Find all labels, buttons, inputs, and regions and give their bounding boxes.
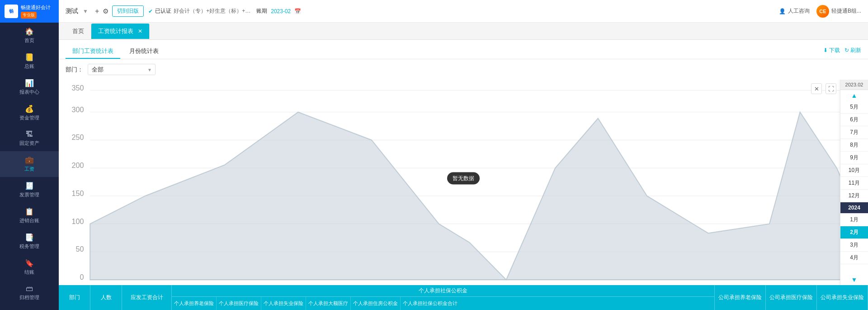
sidebar-icon-8: 📑 bbox=[25, 233, 34, 242]
status-certified: 已认证 bbox=[155, 7, 171, 15]
sidebar-label-7: 进销台账 bbox=[19, 217, 39, 224]
date-panel-down-nav[interactable]: ▼ bbox=[840, 274, 868, 285]
sidebar-label-5: 工资 bbox=[24, 166, 34, 172]
app-name: 畅捷通好会计 bbox=[21, 4, 51, 11]
sidebar-icon-6: 🧾 bbox=[25, 181, 34, 190]
date-panel-jan24[interactable]: 1月 bbox=[840, 214, 868, 226]
table-col-salary-total: 应发工资合计 bbox=[122, 285, 172, 310]
sidebar-label-9: 结账 bbox=[24, 269, 34, 276]
sidebar-item-归档管理[interactable]: 🗃归档管理 bbox=[0, 280, 59, 305]
sidebar-icon-4: 🏗 bbox=[26, 130, 33, 138]
date-panel-feb24[interactable]: 2月 bbox=[840, 226, 868, 239]
topbar-title: 测试 bbox=[66, 7, 78, 15]
tab-salary-report[interactable]: 工资统计报表 ✕ bbox=[91, 24, 150, 39]
main-content: 测试 ▼ + ⚙ 切到旧版 ✔ 已认证 好会计（专）+好生意（标）+… 账期 2… bbox=[59, 0, 868, 310]
sidebar-icon-0: 🏠 bbox=[25, 27, 34, 36]
sidebar-icon-9: 🔖 bbox=[25, 259, 34, 267]
add-icon[interactable]: + bbox=[95, 7, 99, 15]
inner-content: 部门工资统计表 月份统计表 ⬇ 下载 ↻ 刷新 bbox=[59, 40, 868, 310]
tab-close-button[interactable]: ✕ bbox=[138, 28, 142, 34]
chart-container: 0 50 100 150 200 250 300 350 bbox=[59, 80, 868, 285]
svg-text:150: 150 bbox=[72, 189, 84, 197]
sidebar-label-6: 发票管理 bbox=[19, 191, 39, 198]
tab-salary-label: 工资统计报表 bbox=[98, 28, 133, 34]
filter-dept-select[interactable]: 全部 行政部 销售部 技术部 bbox=[88, 64, 156, 75]
sidebar-item-报表中心[interactable]: 📊报表中心 bbox=[0, 74, 59, 100]
help-button[interactable]: 👤 人工咨询 bbox=[779, 7, 810, 15]
date-panel-sep[interactable]: 9月 bbox=[840, 152, 868, 164]
chart-area: 0 50 100 150 200 250 300 350 bbox=[59, 80, 868, 285]
close-panel-button[interactable]: ✕ bbox=[811, 83, 822, 94]
help-label: 人工咨询 bbox=[788, 7, 810, 15]
date-panel-year-2024[interactable]: 2024 bbox=[840, 202, 868, 214]
calendar-icon[interactable]: 📅 bbox=[294, 8, 301, 14]
user-profile-button[interactable]: CE 轻捷通B组... bbox=[816, 5, 861, 18]
topbar: 测试 ▼ + ⚙ 切到旧版 ✔ 已认证 好会计（专）+好生意（标）+… 账期 2… bbox=[59, 0, 868, 23]
avatar: CE bbox=[816, 5, 829, 18]
sidebar-item-固定资产[interactable]: 🏗固定资产 bbox=[0, 126, 59, 151]
sidebar-logo: 畅 畅捷通好会计 专业版 bbox=[0, 0, 59, 23]
content-area: 首页 工资统计报表 ✕ 部门工资统计表 月份统计表 ⬇ 下载 bbox=[59, 23, 868, 310]
settings-icon[interactable]: ⚙ bbox=[103, 7, 108, 15]
topbar-dropdown-arrow[interactable]: ▼ bbox=[83, 8, 88, 14]
sidebar-item-进销台账[interactable]: 📋进销台账 bbox=[0, 203, 59, 229]
svg-text:350: 350 bbox=[72, 84, 84, 92]
filter-dept-label: 部门： bbox=[66, 66, 83, 74]
svg-text:250: 250 bbox=[72, 133, 84, 141]
sidebar-item-税务管理[interactable]: 📑税务管理 bbox=[0, 229, 59, 254]
switch-view-button[interactable]: 切到旧版 bbox=[112, 5, 144, 17]
sub-tab-dept-label: 部门工资统计表 bbox=[72, 48, 113, 54]
sidebar-item-设置[interactable]: ⚙设置 bbox=[0, 305, 59, 310]
help-icon: 👤 bbox=[779, 8, 786, 14]
table-col-company-unemploy: 公司承担失业保险 bbox=[817, 285, 868, 310]
sidebar-label-8: 税务管理 bbox=[19, 243, 39, 250]
sidebar-icon-7: 📋 bbox=[25, 207, 34, 216]
date-panel-oct[interactable]: 10月 bbox=[840, 164, 868, 177]
sidebar-label-0: 首页 bbox=[24, 37, 34, 44]
period-label: 账期 bbox=[256, 7, 267, 15]
refresh-label: 刷新 bbox=[850, 47, 861, 54]
user-name: 轻捷通B组... bbox=[831, 7, 861, 15]
sidebar-item-结账[interactable]: 🔖结账 bbox=[0, 254, 59, 280]
date-panel-jun[interactable]: 6月 bbox=[840, 114, 868, 126]
certified-icon: ✔ bbox=[148, 8, 153, 14]
svg-text:100: 100 bbox=[72, 217, 84, 225]
table-col-company-pension: 公司承担养老保险 bbox=[715, 285, 766, 310]
table-col-count: 人数 bbox=[90, 285, 122, 310]
table-group-personal-title: 个人承担社保公积金 bbox=[172, 285, 714, 297]
sidebar-icon-10: 🗃 bbox=[26, 285, 33, 293]
filter-bar: 部门： 全部 行政部 销售部 技术部 bbox=[59, 59, 868, 80]
sidebar-item-总账[interactable]: 📒总账 bbox=[0, 48, 59, 74]
topbar-actions: + ⚙ 切到旧版 bbox=[95, 5, 144, 17]
date-panel-up-nav[interactable]: ▲ bbox=[840, 90, 868, 101]
sidebar-label-10: 归档管理 bbox=[19, 294, 39, 301]
window-controls: ✕ ⛶ bbox=[811, 83, 836, 94]
table-col-dept: 部门 bbox=[59, 285, 90, 310]
svg-text:0: 0 bbox=[80, 273, 84, 281]
table-col-personal-bigmedical: 个人承担大额医疗 bbox=[306, 297, 351, 310]
date-panel-aug[interactable]: 8月 bbox=[840, 139, 868, 152]
sub-tabs: 部门工资统计表 月份统计表 ⬇ 下载 ↻ 刷新 bbox=[59, 40, 868, 59]
date-panel-apr24[interactable]: 4月 bbox=[840, 252, 868, 264]
expand-panel-button[interactable]: ⛶ bbox=[826, 83, 836, 94]
sub-tab-department[interactable]: 部门工资统计表 bbox=[66, 44, 120, 59]
sidebar-item-首页[interactable]: 🏠首页 bbox=[0, 23, 59, 48]
table-group-personal: 个人承担社保公积金 个人承担养老保险 个人承担医疗保险 个人承担失业保险 个人承… bbox=[172, 285, 715, 310]
download-button[interactable]: ⬇ 下载 bbox=[823, 47, 840, 54]
sidebar-item-资金管理[interactable]: 💰资金管理 bbox=[0, 100, 59, 126]
sidebar-item-工资[interactable]: 💼工资 bbox=[0, 151, 59, 177]
table-col-company-medical: 公司承担医疗保险 bbox=[766, 285, 817, 310]
date-panel-mar24[interactable]: 3月 bbox=[840, 239, 868, 252]
date-panel-jul[interactable]: 7月 bbox=[840, 126, 868, 139]
tab-home[interactable]: 首页 bbox=[66, 24, 91, 39]
sub-tab-monthly[interactable]: 月份统计表 bbox=[123, 44, 165, 59]
sidebar-icon-2: 📊 bbox=[25, 79, 34, 87]
sidebar-icon-3: 💰 bbox=[25, 105, 34, 113]
refresh-button[interactable]: ↻ 刷新 bbox=[844, 47, 861, 54]
svg-text:300: 300 bbox=[72, 105, 84, 114]
date-panel-may[interactable]: 5月 bbox=[840, 101, 868, 114]
date-panel-nov[interactable]: 11月 bbox=[840, 177, 868, 190]
date-panel-dec[interactable]: 12月 bbox=[840, 190, 868, 202]
app-logo-icon: 畅 bbox=[5, 5, 18, 18]
sidebar-item-发票管理[interactable]: 🧾发票管理 bbox=[0, 177, 59, 203]
